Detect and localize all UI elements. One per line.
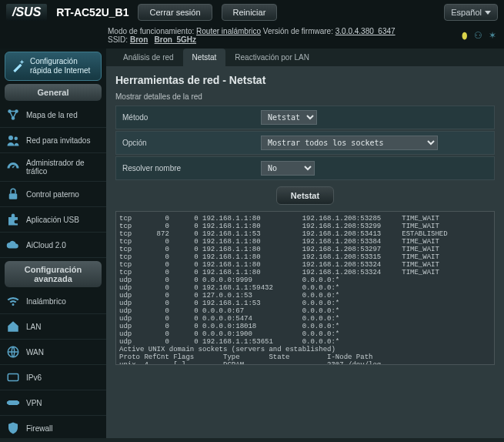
firmware-link[interactable]: 3.0.0.4.380_6347 [335,27,396,35]
sidebar-quick-setup[interactable]: Configuración rápida de Internet [5,52,102,81]
content-area: Análisis de red Netstat Reactivación por… [106,49,504,438]
option-select[interactable]: Mostrar todos los sockets [261,136,438,150]
ssid-1: Bron [130,35,148,44]
svg-rect-7 [8,374,18,381]
sidebar-item-label: LAN [26,323,41,331]
security-icon: ✶ [489,30,496,41]
sidebar-item-label: Red para invitados [26,136,90,145]
chevron-down-icon [485,11,491,15]
sidebar-item-aicloud[interactable]: AiCloud 2.0 [0,233,106,258]
sidebar-item-label: Aplicación USB [26,216,79,224]
sidebar-item-label: Mapa de la red [26,111,78,119]
mode-label: Modo de funcionamiento: [108,27,196,35]
cloud-icon [6,238,20,252]
sidebar-item-usb[interactable]: Aplicación USB [0,207,106,233]
usb-icon: ⬮ [462,30,468,41]
svg-point-8 [7,401,11,405]
sidebar-section-advanced: Configuración avanzada [5,261,102,287]
sidebar-item-label: VPN [26,399,42,407]
svg-rect-5 [9,193,18,199]
sidebar-item-label: AiCloud 2.0 [26,241,66,249]
model-name: RT-AC52U_B1 [56,6,129,18]
language-label: Español [451,8,482,17]
sidebar-item-label: Firewall [26,424,52,433]
method-select[interactable]: Netstat [261,110,317,125]
status-bar: Modo de funcionamiento: Router inalámbri… [0,25,504,49]
sidebar-item-ipv6[interactable]: IPv6 [0,365,106,390]
sidebar-item-vpn[interactable]: VPN [0,390,106,416]
option-label: Opción [122,139,261,147]
sidebar-item-wan[interactable]: WAN [0,340,106,365]
globe-icon [6,345,20,359]
svg-point-3 [8,136,13,140]
sidebar-item-label: Administrador de tráfico [26,159,102,176]
row-option: Opción Mostrar todos los sockets [115,131,495,155]
logout-button[interactable]: Cerrar sesión [138,4,212,21]
ssid-2: Bron_5GHz [155,35,196,44]
resolve-select[interactable]: No [261,161,315,176]
shield-icon [6,421,20,435]
tab-wol[interactable]: Reactivación por LAN [225,49,319,66]
tab-bar: Análisis de red Netstat Reactivación por… [106,49,504,66]
sidebar-item-label: IPv6 [26,373,42,382]
page-subtitle: Mostrar detalles de la red [115,92,495,101]
sidebar-item-firewall[interactable]: Firewall [0,416,106,438]
puzzle-icon [6,213,20,226]
row-method: Método Netstat [115,105,495,129]
tab-netanalysis[interactable]: Análisis de red [114,49,183,66]
netstat-output[interactable] [115,211,495,365]
row-resolve: Resolver nombre No [115,156,495,180]
sidebar-item-label: Inalámbrico [26,297,66,306]
sidebar-item-parental[interactable]: Control paterno [0,182,106,207]
sidebar-item-traffic[interactable]: Administrador de tráfico [0,153,106,182]
sidebar-item-label: Control paterno [26,190,79,199]
sidebar-item-wireless[interactable]: Inalámbrico [0,289,106,314]
sidebar-item-network-map[interactable]: Mapa de la red [0,102,106,128]
svg-point-9 [16,401,20,405]
sidebar-quick-label: Configuración rápida de Internet [30,57,90,75]
mode-link[interactable]: Router inalámbrico [196,27,261,35]
vpn-icon [6,396,20,410]
sidebar: Configuración rápida de Internet General… [0,49,106,438]
network-map-icon [6,108,20,122]
sidebar-item-lan[interactable]: LAN [0,314,106,340]
home-icon [6,320,20,333]
sidebar-section-general: General [5,84,102,101]
wifi-icon [6,294,20,308]
language-dropdown[interactable]: Español [444,4,498,21]
top-bar: /SUS RT-AC52U_B1 Cerrar sesión Reiniciar… [0,0,504,25]
wand-icon [12,59,25,72]
brand-logo: /SUS [6,4,47,21]
lock-icon [6,187,20,201]
sidebar-item-label: WAN [26,348,44,357]
fw-label: Versión de firmware: [263,27,335,35]
gauge-icon [6,160,20,174]
sidebar-item-guest[interactable]: Red para invitados [0,128,106,153]
run-netstat-button[interactable]: Netstat [276,186,334,205]
svg-point-4 [15,137,18,141]
ipv6-icon [6,370,20,384]
reboot-button[interactable]: Reiniciar [222,4,278,21]
users-icon [6,133,20,147]
resolve-label: Resolver nombre [122,164,261,172]
ssid-label: SSID: [108,35,130,44]
method-label: Método [122,113,261,122]
guest-icon: ⚇ [474,30,482,41]
page-title: Herramientas de red - Netstat [115,74,495,86]
tab-netstat[interactable]: Netstat [183,49,226,66]
